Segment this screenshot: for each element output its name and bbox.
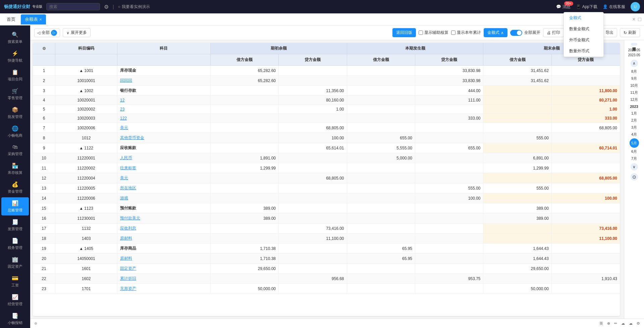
period-month[interactable]: 6月 [627, 148, 642, 155]
refresh-btn[interactable]: ↻ 刷新 [620, 28, 640, 37]
back-period-btn[interactable]: 退回旧版 [392, 28, 416, 37]
period-month[interactable]: 7月 [627, 155, 642, 162]
print-btn[interactable]: 🖨 打印 [543, 28, 564, 37]
format-dropdown-btn[interactable]: 金额式 ∧ [484, 28, 507, 37]
period-month[interactable]: 4月 [627, 131, 642, 138]
expand-more-btn[interactable]: ∨ 展开更多 [63, 28, 91, 37]
td-name[interactable]: 游戏 [117, 193, 210, 203]
service-action[interactable]: 👤 在线客服 [603, 4, 625, 10]
tab-close-icon[interactable]: × [39, 17, 42, 22]
td-cl-credit [551, 66, 620, 76]
td-name[interactable]: 其他货币资金 [117, 133, 210, 143]
all-accounts-nav[interactable]: ◁ 全部 ▷ [34, 28, 60, 37]
window-close-icon[interactable]: × [632, 16, 635, 22]
td-pd-credit: 444.00 [415, 86, 483, 96]
format-option-qty-amount[interactable]: 数量金额式 [564, 25, 603, 35]
td-name[interactable]: 原材料 [117, 254, 210, 264]
td-name[interactable]: 12 [117, 96, 210, 105]
td-name[interactable]: 应收利息 [117, 223, 210, 234]
sidebar-item-wholesale[interactable]: 📦批发管理 [1, 104, 29, 122]
period-month[interactable]: 12月 [627, 96, 642, 103]
sidebar-label-search: 搜索菜单 [8, 39, 22, 44]
show-auxiliary-check[interactable]: 显示辅助核算 [419, 30, 448, 36]
download-action[interactable]: 📱 App下载 [576, 4, 597, 10]
lang-btn[interactable]: 英 [599, 321, 603, 326]
cloud-icon-2[interactable]: ☁ [629, 321, 633, 326]
sidebar-item-capital[interactable]: 💰资金管理 [1, 179, 29, 197]
period-month[interactable]: 8月 [627, 68, 642, 75]
td-name[interactable]: 所在地区 [117, 183, 210, 193]
period-collapse-icon[interactable]: ⊙ [631, 173, 638, 181]
plus-icon[interactable]: ⊕ [607, 321, 610, 326]
sidebar-item-assets[interactable]: 🏢固定资产 [1, 254, 29, 272]
sidebar-item-invoice[interactable]: 🧾发票管理 [1, 216, 29, 234]
sidebar-item-inventory[interactable]: 🏪库存核算 [1, 160, 29, 178]
format-option-qty-foreign[interactable]: 数量外币式 [564, 46, 603, 57]
sidebar-item-salary[interactable]: 💳工资 [1, 272, 29, 290]
td-name[interactable]: 无形资产 [117, 284, 210, 294]
sidebar-item-quick-nav[interactable]: ⚡快捷导航 [1, 48, 29, 66]
message-action[interactable]: 💬 消息 99+ [556, 4, 571, 10]
expand-all-toggle[interactable]: 全部展开 [510, 30, 540, 36]
period-month[interactable]: 9月 [627, 75, 642, 82]
edit-icon[interactable]: ✏ [614, 321, 617, 326]
td-name[interactable]: 预付款美元 [117, 213, 210, 223]
sidebar-item-search[interactable]: 🔍搜索菜单 [1, 29, 29, 47]
table-row: 12 11220004 美元 68,805.00 68,805.00 [33, 173, 620, 183]
sidebar-item-retail[interactable]: 🛒零售管理 [1, 85, 29, 103]
period-month-active[interactable]: 5月 [630, 138, 639, 148]
demo-link[interactable]: ○ 我要看实例演示 [118, 4, 150, 10]
td-no: 17 [33, 223, 55, 234]
td-name[interactable]: 美元 [117, 173, 210, 183]
td-name[interactable]: 固定资产 [117, 264, 210, 274]
period-month[interactable]: 10月 [627, 82, 642, 89]
th-settings[interactable]: ⚙ [33, 43, 55, 54]
td-pd-credit: 33,830.98 [415, 76, 483, 86]
period-month[interactable]: 2月 [627, 117, 642, 124]
td-op-credit: 100.00 [279, 133, 347, 143]
year-start: 2023.05 [628, 48, 640, 52]
sidebar-item-purchase[interactable]: 🛍采购管理 [1, 141, 29, 159]
period-year-label[interactable]: 2023 [629, 104, 639, 110]
sidebar-item-report[interactable]: 📑小畅报销 [1, 310, 29, 328]
sidebar-item-ecommerce[interactable]: 🌐小畅电商 [1, 123, 29, 141]
td-pd-debit [347, 213, 415, 223]
sidebar-item-accounting[interactable]: 📊总账管理 [1, 197, 29, 215]
top-search-input[interactable] [46, 3, 100, 10]
settings-icon-bottom[interactable]: ⚙ [637, 321, 640, 326]
format-option-foreign-amount[interactable]: 外币金额式 [564, 35, 603, 46]
td-pd-debit [347, 193, 415, 203]
sidebar-item-project[interactable]: 📋项目合同 [1, 66, 29, 84]
toolbar-right: 退回旧版 显示辅助核算 显示本年累计 金额式 ∧ 金额式 数量金额式 [392, 28, 640, 37]
sidebar-label-purchase: 采购管理 [8, 151, 22, 156]
nav-right-icon[interactable]: ▷ [51, 30, 57, 36]
tab-balance[interactable]: 余额表 × [21, 14, 46, 24]
period-month[interactable]: 11月 [627, 89, 642, 96]
td-code: 1601 [55, 264, 117, 274]
td-name[interactable]: 23 [117, 105, 210, 114]
td-name[interactable]: 往来标签 [117, 163, 210, 173]
window-max-icon[interactable]: □ [638, 16, 641, 22]
sidebar-item-tax[interactable]: 📄税务管理 [1, 235, 29, 253]
period-nav-up[interactable]: ∧ [631, 60, 638, 67]
table-settings-icon[interactable]: ⚙ [42, 46, 46, 51]
period-nav-down[interactable]: ∨ [631, 163, 638, 171]
td-op-credit: 11,356.00 [279, 86, 347, 96]
sidebar-item-business[interactable]: 📈经营管理 [1, 291, 29, 309]
tab-home[interactable]: 首页 [3, 14, 19, 24]
cloud-icon-1[interactable]: ☁ [621, 321, 625, 326]
toggle-switch[interactable] [510, 30, 522, 36]
td-name[interactable]: 原材料 [117, 234, 210, 244]
td-name[interactable]: 122 [117, 114, 210, 123]
avatar[interactable]: U [631, 2, 640, 11]
td-name[interactable]: 累计折旧 [117, 274, 210, 284]
period-month[interactable]: 1月 [627, 110, 642, 117]
td-name[interactable]: 人民币 [117, 153, 210, 163]
td-name[interactable]: 回回回 [117, 76, 210, 86]
show-yearly-check[interactable]: 显示本年累计 [451, 30, 481, 36]
settings-icon-top[interactable]: ⚙ [104, 4, 109, 10]
period-month[interactable]: 3月 [627, 124, 642, 131]
td-name[interactable]: 美元 [117, 123, 210, 133]
td-no: 3 [33, 86, 55, 96]
td-op-credit: 68,805.00 [279, 123, 347, 133]
